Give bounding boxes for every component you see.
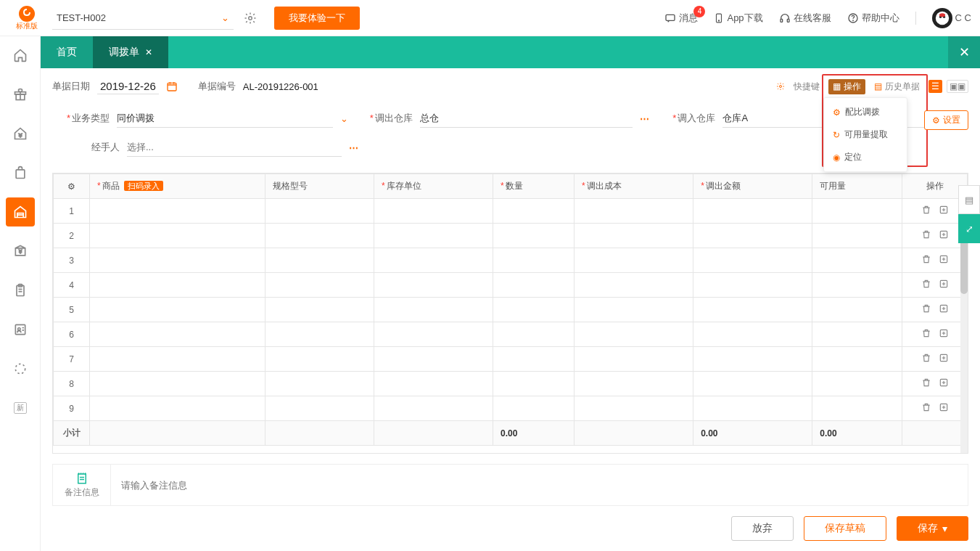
out-wh-input[interactable] (420, 109, 633, 128)
view-grid[interactable]: ▣▣ (947, 80, 968, 93)
cell-spec[interactable] (265, 273, 374, 298)
cell-unit[interactable] (374, 224, 493, 248)
biz-type-input[interactable] (117, 109, 333, 128)
cell-out-cost[interactable] (575, 322, 693, 347)
cell-qty[interactable] (493, 248, 575, 273)
add-row-icon[interactable] (939, 254, 949, 266)
rail-money[interactable]: ¥ (6, 119, 35, 148)
rail-warehouse[interactable] (6, 197, 35, 226)
cell-out-cost[interactable] (575, 248, 693, 273)
table-row[interactable]: 1 (54, 199, 968, 224)
cell-unit[interactable] (374, 347, 493, 372)
handler-input[interactable] (127, 138, 342, 157)
cell-out-cost[interactable] (575, 199, 693, 224)
table-row[interactable]: 7 (54, 347, 968, 372)
delete-row-icon[interactable] (921, 353, 931, 365)
rail-bag[interactable] (6, 158, 35, 187)
rail-clipboard[interactable] (6, 276, 35, 305)
cell-out-amount[interactable] (693, 248, 812, 273)
cell-product[interactable] (90, 273, 265, 298)
cell-product[interactable] (90, 298, 265, 322)
cell-unit[interactable] (374, 199, 493, 224)
doc-date-value[interactable]: 2019-12-26 (97, 78, 159, 94)
cell-out-cost[interactable] (575, 347, 693, 372)
add-row-icon[interactable] (939, 229, 949, 242)
delete-row-icon[interactable] (921, 402, 931, 415)
delete-row-icon[interactable] (921, 377, 931, 390)
add-row-icon[interactable] (939, 353, 949, 365)
cell-available[interactable] (812, 396, 902, 421)
save-draft-button[interactable]: 保存草稿 (804, 516, 886, 541)
cell-out-cost[interactable] (575, 224, 693, 248)
close-all-tabs[interactable]: ✕ (948, 36, 980, 68)
cell-available[interactable] (812, 322, 902, 347)
cell-unit[interactable] (374, 248, 493, 273)
cell-out-cost[interactable] (575, 298, 693, 322)
cell-out-amount[interactable] (693, 372, 812, 396)
cell-spec[interactable] (265, 298, 374, 322)
cell-available[interactable] (812, 347, 902, 372)
cell-unit[interactable] (374, 273, 493, 298)
add-row-icon[interactable] (939, 377, 949, 390)
delete-row-icon[interactable] (921, 328, 931, 340)
cell-out-amount[interactable] (693, 322, 812, 347)
cell-available[interactable] (812, 199, 902, 224)
cell-product[interactable] (90, 347, 265, 372)
gear-icon[interactable] (244, 12, 257, 25)
table-row[interactable]: 4 (54, 273, 968, 298)
cell-product[interactable] (90, 199, 265, 224)
rail-wallet[interactable]: ¥ (6, 237, 35, 266)
cell-available[interactable] (812, 224, 902, 248)
float-expand[interactable]: ⤢ (958, 214, 980, 243)
tab-transfer[interactable]: 调拨单 ✕ (93, 36, 168, 68)
cell-spec[interactable] (265, 347, 374, 372)
cell-available[interactable] (812, 372, 902, 396)
delete-row-icon[interactable] (921, 254, 931, 266)
more-icon[interactable]: ⋯ (640, 113, 651, 124)
user-menu[interactable]: C C (932, 8, 971, 28)
float-note[interactable]: ▤ (958, 185, 980, 214)
close-icon[interactable]: ✕ (145, 47, 152, 57)
table-row[interactable]: 5 (54, 298, 968, 322)
cell-available[interactable] (812, 298, 902, 322)
save-button[interactable]: 保存 ▾ (897, 516, 968, 541)
cell-qty[interactable] (493, 273, 575, 298)
more-icon[interactable]: ⋯ (349, 142, 360, 153)
table-row[interactable]: 6 (54, 322, 968, 347)
help-link[interactable]: 帮助中心 (847, 12, 899, 25)
cell-product[interactable] (90, 396, 265, 421)
delete-row-icon[interactable] (921, 229, 931, 242)
cell-qty[interactable] (493, 322, 575, 347)
tool-operate[interactable]: ▦ 操作 (828, 79, 865, 94)
cell-unit[interactable] (374, 396, 493, 421)
shop-selector[interactable]: TEST-H002 ⌄ (52, 7, 234, 30)
op-locate[interactable]: ◉定位 (824, 146, 907, 168)
app-download-link[interactable]: App下载 (714, 12, 762, 25)
cell-unit[interactable] (374, 322, 493, 347)
cta-button[interactable]: 我要体验一下 (274, 7, 360, 30)
remark-input[interactable] (111, 465, 968, 505)
service-link[interactable]: 在线客服 (779, 12, 831, 25)
cell-spec[interactable] (265, 396, 374, 421)
cell-spec[interactable] (265, 248, 374, 273)
cell-qty[interactable] (493, 224, 575, 248)
delete-row-icon[interactable] (921, 303, 931, 316)
rail-home[interactable] (6, 41, 35, 70)
col-settings[interactable]: ⚙ (54, 174, 90, 199)
cell-qty[interactable] (493, 199, 575, 224)
add-row-icon[interactable] (939, 205, 949, 217)
cell-product[interactable] (90, 224, 265, 248)
scan-button[interactable]: 扫码录入 (124, 181, 163, 191)
cell-available[interactable] (812, 248, 902, 273)
tool-shortcut[interactable]: 快捷键 (789, 79, 824, 94)
add-row-icon[interactable] (939, 279, 949, 291)
cell-spec[interactable] (265, 199, 374, 224)
cell-qty[interactable] (493, 396, 575, 421)
cell-out-amount[interactable] (693, 347, 812, 372)
delete-row-icon[interactable] (921, 279, 931, 291)
tool-history[interactable]: ▤ 历史单据 (870, 79, 924, 94)
settings-button[interactable]: ⚙ 设置 (924, 110, 968, 130)
table-row[interactable]: 2 (54, 224, 968, 248)
cell-product[interactable] (90, 322, 265, 347)
cell-out-cost[interactable] (575, 372, 693, 396)
